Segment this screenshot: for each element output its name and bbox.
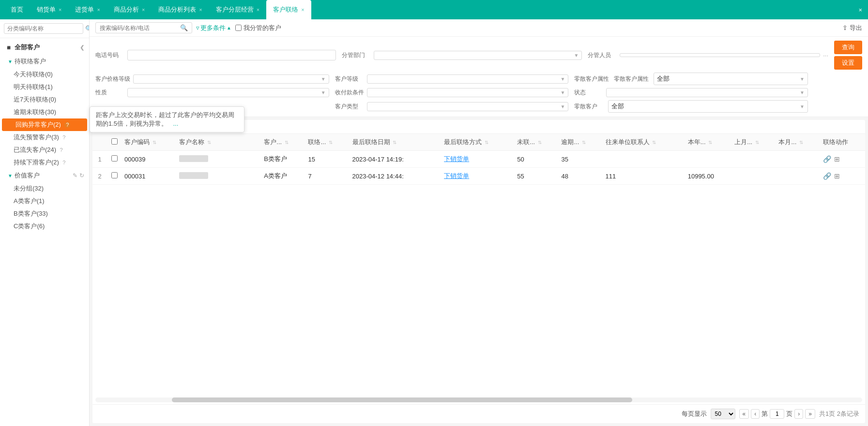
row-2-link-icon[interactable]: 🔗: [823, 172, 831, 180]
close-tab-customer-contact[interactable]: ×: [301, 7, 304, 13]
more-conditions-button[interactable]: ▿ 更多条件 ▲: [196, 24, 231, 32]
close-tab-customer-segment[interactable]: ×: [257, 7, 259, 13]
sidebar-item-churn-warning[interactable]: 流失预警客户(3) ?: [0, 131, 89, 144]
status-select[interactable]: ▼: [606, 88, 808, 97]
sidebar-item-declining[interactable]: 持续下滑客户(2) ?: [0, 156, 89, 169]
nature-select[interactable]: ▼: [127, 88, 329, 97]
sidebar-item-unclassified[interactable]: 未分组(32): [0, 182, 89, 195]
sort-icon-type: ⇅: [285, 140, 289, 145]
price-grade-select[interactable]: ▼: [133, 74, 329, 84]
th-customer-name[interactable]: 客户名称 ⇅: [176, 134, 261, 151]
my-customers-checkbox[interactable]: [235, 25, 242, 31]
customer-type-chevron-icon: ▼: [560, 104, 565, 109]
th-customer-code[interactable]: 客户编码 ⇅: [122, 134, 176, 151]
th-last-contact-date[interactable]: 最后联络日期 ⇅: [350, 134, 442, 151]
payment-terms-select[interactable]: ▼: [367, 88, 569, 97]
sidebar-section-pending-contact[interactable]: ▼ 待联络客户: [0, 55, 89, 68]
row-1-last-contact-method[interactable]: 下销货单: [441, 151, 514, 168]
customer-grade-select[interactable]: ▼: [367, 74, 569, 84]
th-this-year[interactable]: 本年... ⇅: [685, 134, 732, 151]
tab-home[interactable]: 首页: [4, 0, 30, 19]
sidebar-all-customers[interactable]: ◾ 全部客户 ❮: [0, 40, 89, 55]
filter-row-2: 客户价格等级 ▼ 客户等级 ▼ 零散客户属性 零散客户属性 全部▼: [95, 73, 862, 85]
row-2-qr-icon[interactable]: ⊞: [834, 172, 840, 180]
anomaly-help-icon[interactable]: ?: [64, 122, 70, 128]
row-1-checkbox[interactable]: [111, 155, 118, 162]
th-contact-person[interactable]: 往来单位联系人 ⇅: [603, 134, 685, 151]
customer-type-select[interactable]: ▼: [367, 102, 569, 111]
pagination: 每页显示 50 20 100 « ‹ 第 页 › » 共1页 2条记录: [92, 404, 865, 423]
th-last-month[interactable]: 上月... ⇅: [731, 134, 776, 151]
th-unlinked[interactable]: 未联... ⇅: [514, 134, 558, 151]
close-all-tabs-button[interactable]: ×: [858, 5, 862, 14]
sidebar-item-overdue-contact[interactable]: 逾期未联络(30): [0, 106, 89, 118]
row-1-this-month: [776, 151, 820, 168]
sidebar-item-churned[interactable]: 已流失客户(24) ?: [0, 144, 89, 156]
search-box-icon[interactable]: 🔍: [180, 24, 188, 31]
table-scroll-area[interactable]: 客户编码 ⇅ 客户名称 ⇅ 客户... ⇅: [92, 134, 865, 397]
declining-help-icon[interactable]: ?: [62, 160, 65, 165]
churned-help-icon[interactable]: ?: [60, 147, 62, 153]
edit-icon[interactable]: ✎: [73, 172, 77, 179]
manager-dots-button[interactable]: ···: [823, 52, 828, 59]
sort-icon-contact: ⇅: [329, 140, 333, 145]
filter-bar: 🔍 ▿ 更多条件 ▲ 我分管的客户 ⇪ 导出: [90, 19, 868, 37]
th-contact-count[interactable]: 联络... ⇅: [305, 134, 349, 151]
sidebar-item-c-class[interactable]: C类客户(6): [0, 220, 89, 233]
th-this-month[interactable]: 本月... ⇅: [776, 134, 820, 151]
sidebar-item-repurchase-anomaly[interactable]: 回购异常客户(2) ?: [2, 118, 87, 131]
sidebar-item-7day-contact[interactable]: 近7天待联络(0): [0, 93, 89, 106]
retail-attr-select[interactable]: 全部▼: [654, 73, 808, 85]
row-2-last-contact-method[interactable]: 下销货单: [441, 168, 514, 185]
sidebar-item-b-class[interactable]: B类客户(33): [0, 207, 89, 220]
settings-button[interactable]: 设置: [834, 56, 862, 70]
row-1-qr-icon[interactable]: ⊞: [834, 155, 840, 163]
row-2-checkbox[interactable]: [111, 172, 118, 178]
th-overdue[interactable]: 逾期... ⇅: [558, 134, 602, 151]
collapse-icon[interactable]: ❮: [80, 44, 84, 51]
query-button[interactable]: 查询: [834, 41, 862, 54]
refresh-icon[interactable]: ↻: [79, 172, 84, 179]
dept-select[interactable]: ▼: [374, 51, 582, 60]
retail-customer-select[interactable]: 全部▼: [608, 100, 808, 113]
close-tab-product-analysis-list[interactable]: ×: [199, 7, 202, 13]
page-input[interactable]: [770, 409, 784, 419]
table-header-row: 客户编码 ⇅ 客户名称 ⇅ 客户... ⇅: [92, 134, 865, 151]
next-page-button[interactable]: ›: [794, 409, 803, 419]
row-1-link-icon[interactable]: 🔗: [823, 155, 831, 163]
search-input[interactable]: [100, 25, 180, 31]
tooltip-more-link[interactable]: ...: [173, 120, 178, 127]
close-tab-product-analysis[interactable]: ×: [142, 7, 145, 13]
close-tab-sales-order[interactable]: ×: [59, 7, 61, 13]
row-2-name-blurred: [179, 172, 208, 179]
sidebar-item-today-contact[interactable]: 今天待联络(0): [0, 68, 89, 81]
dept-label: 分管部门: [342, 51, 371, 59]
row-1-overdue: 35: [558, 151, 602, 168]
horizontal-scrollbar[interactable]: [95, 397, 862, 402]
per-page-select[interactable]: 50 20 100: [711, 409, 735, 419]
export-button[interactable]: ⇪ 导出: [842, 24, 862, 32]
tab-customer-contact[interactable]: 客户联络 ×: [266, 0, 311, 19]
manager-select[interactable]: [620, 53, 820, 57]
tab-sales-order[interactable]: 销货单 ×: [30, 0, 68, 19]
churn-warning-help-icon[interactable]: ?: [62, 134, 65, 140]
th-last-contact-method[interactable]: 最后联络方式 ⇅: [441, 134, 514, 151]
row-1-name: [176, 151, 261, 168]
tab-purchase-order[interactable]: 进货单 ×: [68, 0, 107, 19]
prev-page-button[interactable]: ‹: [751, 409, 760, 419]
status-label: 状态: [574, 88, 603, 97]
th-customer-type[interactable]: 客户... ⇅: [261, 134, 305, 151]
first-page-button[interactable]: «: [739, 409, 749, 419]
sidebar-search-icon[interactable]: 🔍: [85, 25, 90, 32]
phone-input[interactable]: [127, 50, 336, 60]
sidebar-search-input[interactable]: [4, 23, 83, 34]
close-tab-purchase-order[interactable]: ×: [97, 7, 100, 13]
tab-customer-segment[interactable]: 客户分层经营 ×: [209, 0, 266, 19]
retail-attr-chevron-icon: ▼: [800, 76, 805, 82]
select-all-checkbox[interactable]: [111, 138, 118, 145]
tab-product-analysis-list[interactable]: 商品分析列表 ×: [152, 0, 209, 19]
sidebar-item-a-class[interactable]: A类客户(1): [0, 195, 89, 207]
last-page-button[interactable]: »: [805, 409, 815, 419]
tab-product-analysis[interactable]: 商品分析 ×: [107, 0, 152, 19]
sidebar-item-tomorrow-contact[interactable]: 明天待联络(1): [0, 81, 89, 93]
